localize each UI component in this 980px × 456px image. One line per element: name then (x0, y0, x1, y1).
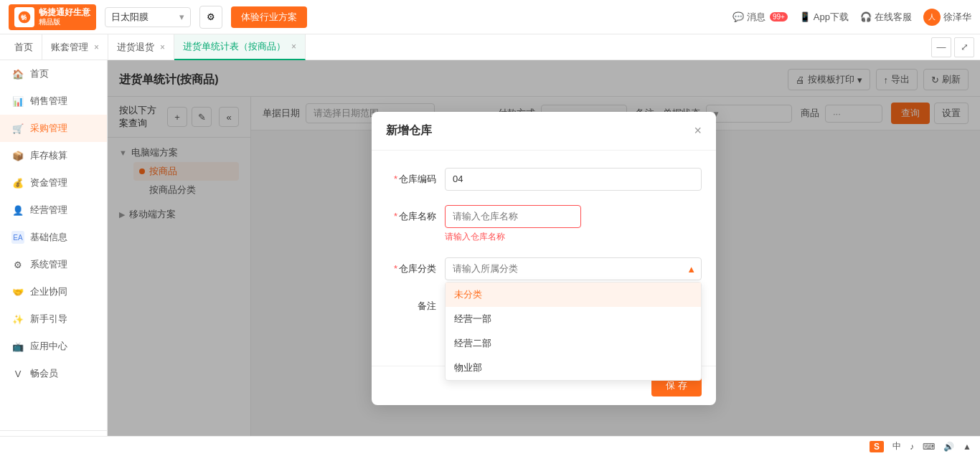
name-error-area: 请输入仓库名称 (445, 229, 505, 243)
tab-expand-btn[interactable]: ⤢ (954, 37, 974, 57)
category-label: 仓库分类 (386, 257, 436, 280)
sidebar-item-base-label: 基础信息 (30, 231, 67, 244)
store-selector[interactable]: 日太阳膜 ▾ (105, 7, 191, 27)
modal-overlay[interactable]: 新增仓库 × 仓库编码 仓库名称 (108, 60, 980, 456)
guide-icon: ✨ (11, 313, 24, 326)
sidebar-item-guide[interactable]: ✨ 新手引导 (0, 305, 107, 333)
name-control (445, 205, 581, 228)
logo-icon: 畅 (14, 7, 34, 27)
top-header: 畅 畅捷通好生意 精品版 日太阳膜 ▾ ⚙ 体验行业方案 💬 消息 99+ 📱 … (0, 0, 980, 34)
sidebar-item-fund-label: 资金管理 (30, 176, 67, 189)
name-input[interactable] (445, 205, 581, 228)
sidebar-item-sales[interactable]: 📊 销售管理 (0, 87, 107, 115)
logo-area: 畅 畅捷通好生意 精品版 (9, 4, 96, 30)
sound-icon[interactable]: ♪ (910, 442, 914, 452)
sidebar-item-purchase-label: 采购管理 (30, 122, 67, 135)
sidebar-item-biz-label: 经营管理 (30, 204, 67, 217)
messages-badge: 99+ (770, 12, 788, 22)
messages-label: 消息 (747, 11, 765, 24)
sidebar-item-sales-label: 销售管理 (30, 95, 67, 108)
category-input[interactable] (445, 257, 702, 280)
service-item[interactable]: 🎧 在线客服 (860, 11, 912, 24)
home-icon: 🏠 (11, 67, 24, 80)
biz-icon: 👤 (11, 204, 24, 217)
message-icon: 💬 (732, 11, 744, 22)
tab-accounts-close[interactable]: × (94, 42, 99, 52)
app-download-item[interactable]: 📱 App下载 (799, 11, 849, 24)
tab-bar-actions: — ⤢ (931, 37, 974, 57)
tab-minimize-btn[interactable]: — (931, 37, 951, 57)
app-label: App下载 (814, 11, 849, 24)
header-right: 💬 消息 99+ 📱 App下载 🎧 在线客服 人 徐泽华 (732, 9, 971, 26)
modal-title: 新增仓库 (386, 123, 432, 138)
main-layout: 🏠 首页 📊 销售管理 🛒 采购管理 📦 库存核算 💰 资金管理 👤 经营管理 … (0, 60, 980, 456)
lang-icon[interactable]: 中 (892, 440, 901, 452)
form-row-name: 仓库名称 请输入仓库名称 (386, 205, 702, 243)
s-logo: S (870, 441, 884, 452)
service-label: 在线客服 (875, 11, 912, 24)
form-row-code: 仓库编码 (386, 168, 702, 191)
dropdown-item-dept2[interactable]: 经营二部 (446, 331, 701, 356)
tab-bar: 首页 账套管理 × 进货退货 × 进货单统计表（按商品） × — ⤢ (0, 34, 980, 60)
purchase-icon: 🛒 (11, 122, 24, 135)
gear-button[interactable]: ⚙ (199, 6, 222, 29)
logo-sub: 精品版 (39, 18, 90, 27)
sidebar-item-app[interactable]: 📺 应用中心 (0, 333, 107, 360)
fund-icon: 💰 (11, 176, 24, 189)
tab-accounts[interactable]: 账套管理 × (42, 34, 108, 60)
member-icon: V (11, 367, 24, 380)
sidebar-item-fund[interactable]: 💰 资金管理 (0, 169, 107, 196)
modal-close-btn[interactable]: × (694, 123, 702, 138)
sidebar-item-member[interactable]: V 畅会员 (0, 360, 107, 387)
phone-icon: 📱 (799, 11, 811, 22)
bottom-bar: S 中 ♪ ⌨ 🔊 ▲ (0, 436, 980, 456)
logo-text: 畅捷通好生意 (39, 7, 90, 17)
form-row-category: 仓库分类 ▲ 未分类 经营一部 经营二部 物业部 (386, 257, 702, 280)
note-label: 备注 (386, 295, 436, 318)
dropdown-item-uncategorized[interactable]: 未分类 (446, 282, 701, 307)
volume-icon[interactable]: 🔊 (943, 442, 954, 452)
category-dropdown: 未分类 经营一部 经营二部 物业部 (445, 282, 702, 381)
form-row-name-inner: 仓库名称 (386, 205, 581, 228)
code-label: 仓库编码 (386, 168, 436, 191)
user-name: 徐泽华 (943, 11, 971, 24)
avatar: 人 (923, 9, 941, 26)
sidebar-item-purchase[interactable]: 🛒 采购管理 (0, 115, 107, 142)
tab-home-label: 首页 (14, 41, 33, 54)
gear-icon: ⚙ (207, 11, 215, 22)
sidebar-item-app-label: 应用中心 (30, 340, 67, 353)
sidebar-item-collab[interactable]: 🤝 企业协同 (0, 278, 107, 305)
tab-purchase-stats[interactable]: 进货单统计表（按商品） × (174, 34, 306, 60)
tab-purchase-return-close[interactable]: × (160, 42, 165, 52)
dropdown-item-property[interactable]: 物业部 (446, 356, 701, 380)
sidebar-item-base[interactable]: EA 基础信息 (0, 224, 107, 251)
tab-home[interactable]: 首页 (6, 34, 42, 60)
tab-purchase-return[interactable]: 进货退货 × (108, 34, 174, 60)
svg-text:畅: 畅 (21, 14, 27, 21)
sidebar-item-stock[interactable]: 📦 库存核算 (0, 142, 107, 169)
base-icon: EA (11, 231, 24, 244)
keyboard-icon[interactable]: ⌨ (923, 442, 935, 452)
select-arrow-up-icon[interactable]: ▲ (687, 263, 696, 274)
store-name: 日太阳膜 (111, 11, 149, 24)
content-area: 进货单统计(按商品) 🖨 按模板打印 ▾ ↑ 导出 ↻ 刷新 (108, 60, 980, 456)
sidebar-item-home[interactable]: 🏠 首页 (0, 60, 107, 87)
tab-accounts-label: 账套管理 (51, 41, 88, 54)
tab-purchase-stats-label: 进货单统计表（按商品） (183, 40, 286, 53)
sidebar-item-collab-label: 企业协同 (30, 285, 67, 298)
sidebar-item-system[interactable]: ⚙ 系统管理 (0, 251, 107, 278)
expand-icon[interactable]: ▲ (963, 442, 971, 452)
code-input[interactable] (445, 168, 702, 191)
name-label: 仓库名称 (386, 205, 436, 228)
collab-icon: 🤝 (11, 285, 24, 298)
sidebar: 🏠 首页 📊 销售管理 🛒 采购管理 📦 库存核算 💰 资金管理 👤 经营管理 … (0, 60, 108, 456)
user-item[interactable]: 人 徐泽华 (923, 9, 971, 26)
trial-button[interactable]: 体验行业方案 (231, 6, 307, 28)
app-icon: 📺 (11, 340, 24, 353)
sidebar-item-home-label: 首页 (30, 67, 49, 80)
tab-purchase-stats-close[interactable]: × (291, 42, 296, 52)
dropdown-item-dept1[interactable]: 经营一部 (446, 307, 701, 331)
sidebar-item-biz[interactable]: 👤 经营管理 (0, 196, 107, 224)
sidebar-item-guide-label: 新手引导 (30, 313, 67, 326)
messages-item[interactable]: 💬 消息 99+ (732, 11, 788, 24)
